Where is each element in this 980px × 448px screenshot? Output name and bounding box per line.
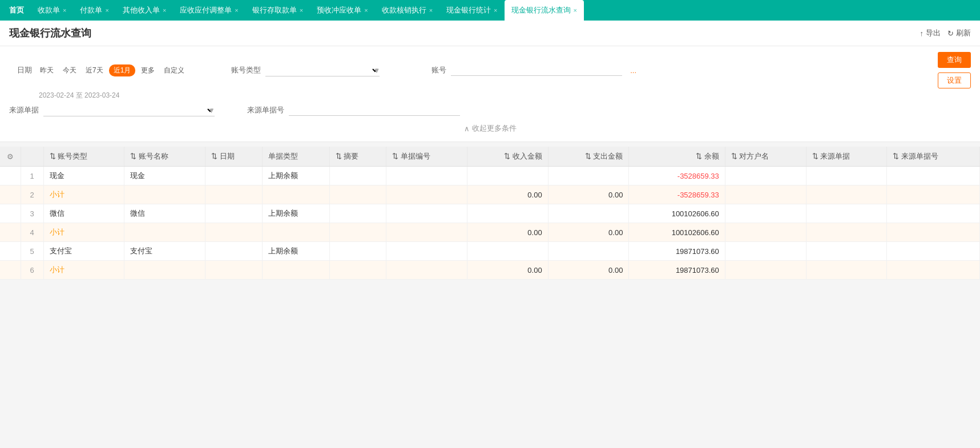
close-tab-icon[interactable]: × <box>105 7 108 14</box>
row-checkbox[interactable] <box>0 185 21 204</box>
close-tab-icon[interactable]: × <box>235 7 238 14</box>
account-no-input[interactable] <box>451 64 622 76</box>
date-shortcut-更多[interactable]: 更多 <box>138 64 158 76</box>
row-doc-type <box>262 261 329 280</box>
table-row: 4 小计 0.00 0.00 100102606.60 <box>0 223 980 242</box>
row-account-name: 支付宝 <box>124 242 205 261</box>
nav-tab-label: 现金银行统计 <box>446 5 491 15</box>
nav-tab-home[interactable]: 首页 <box>2 0 31 21</box>
nav-tab-cash-bank-stat[interactable]: 现金银行统计× <box>439 0 504 21</box>
col-doc-type: 单据类型 <box>262 147 329 167</box>
row-source-doc <box>806 223 887 242</box>
header-actions: ↑ 导出 ↻ 刷新 <box>920 28 971 38</box>
row-checkbox[interactable] <box>0 242 21 261</box>
close-tab-icon[interactable]: × <box>300 7 303 14</box>
table-settings-icon[interactable]: ⚙ <box>7 152 14 161</box>
col-date: ⇅ 日期 <box>205 147 262 167</box>
nav-tab-label: 银行存取款单 <box>252 5 297 15</box>
table-row: 3 微信 微信 上期余额 100102606.60 <box>0 204 980 223</box>
filter-row-2: 来源单据 ▼ 来源单据号 <box>9 104 971 116</box>
date-range-display: 2023-02-24 至 2023-03-24 <box>39 91 119 100</box>
row-date <box>205 167 262 185</box>
nav-tab-label: 应收应付调整单 <box>180 5 232 15</box>
row-income <box>467 204 548 223</box>
date-shortcut-昨天[interactable]: 昨天 <box>37 64 57 76</box>
source-doc-no-label: 来源单据号 <box>247 105 284 115</box>
page-header: 现金银行流水查询 ↑ 导出 ↻ 刷新 <box>0 21 980 46</box>
row-date <box>205 204 262 223</box>
action-buttons: 查询 设置 <box>938 52 971 88</box>
nav-tab-label: 收款单 <box>38 5 60 15</box>
col-income: ⇅ 收入金额 <box>467 147 548 167</box>
row-num: 3 <box>21 204 43 223</box>
source-doc-group: 来源单据 ▼ <box>9 104 215 116</box>
row-date <box>205 261 262 280</box>
row-checkbox[interactable] <box>0 204 21 223</box>
row-account-name: 微信 <box>124 204 205 223</box>
date-shortcut-近1月[interactable]: 近1月 <box>109 64 136 76</box>
nav-tab-prepay-offset[interactable]: 预收冲应收单× <box>310 0 374 21</box>
account-no-ellipsis[interactable]: ... <box>627 65 640 76</box>
date-shortcut-近7天[interactable]: 近7天 <box>82 64 107 76</box>
row-account-name <box>124 223 205 242</box>
row-checkbox[interactable] <box>0 223 21 242</box>
col-account-name: ⇅ 账号名称 <box>124 147 205 167</box>
row-source-doc <box>806 261 887 280</box>
refresh-button[interactable]: ↻ 刷新 <box>947 28 971 38</box>
account-type-group: 账号类型 现金 微信 支付宝 ▼ <box>231 64 380 76</box>
row-account-name <box>124 185 205 204</box>
row-summary <box>329 167 386 185</box>
row-account-name: 现金 <box>124 167 205 185</box>
col-summary: ⇅ 摘要 <box>329 147 386 167</box>
date-shortcut-今天[interactable]: 今天 <box>59 64 80 76</box>
nav-tab-label: 其他收入单 <box>123 5 160 15</box>
nav-tab-receipt-verify[interactable]: 收款核销执行× <box>375 0 439 21</box>
close-tab-icon[interactable]: × <box>163 7 166 14</box>
collapse-button[interactable]: ∧ 收起更多条件 <box>9 121 971 136</box>
nav-tab-label: 付款单 <box>80 5 102 15</box>
col-counterparty: ⇅ 对方户名 <box>725 147 806 167</box>
close-tab-icon[interactable]: × <box>574 7 577 14</box>
export-button[interactable]: ↑ 导出 <box>920 28 941 38</box>
nav-tab-other-income[interactable]: 其他收入单× <box>116 0 173 21</box>
nav-tab-receipt[interactable]: 收款单× <box>31 0 73 21</box>
row-doc-no <box>386 167 467 185</box>
col-source-doc: ⇅ 来源单据 <box>806 147 887 167</box>
row-checkbox[interactable] <box>0 261 21 280</box>
nav-tab-payment[interactable]: 付款单× <box>73 0 115 21</box>
nav-tab-ar-ap-adjust[interactable]: 应收应付调整单× <box>173 0 245 21</box>
row-account-type: 小计 <box>43 223 124 242</box>
nav-tab-bank-deposit[interactable]: 银行存取款单× <box>245 0 310 21</box>
account-no-label: 账号 <box>424 65 446 75</box>
col-balance: ⇅ 余额 <box>629 147 725 167</box>
row-balance: -3528659.33 <box>629 185 725 204</box>
close-tab-icon[interactable]: × <box>63 7 66 14</box>
close-tab-icon[interactable]: × <box>364 7 368 14</box>
col-source-doc-no: ⇅ 来源单据号 <box>887 147 980 167</box>
nav-tab-cash-bank-flow[interactable]: 现金银行流水查询× <box>505 0 584 21</box>
source-doc-select[interactable] <box>43 104 215 116</box>
account-type-select[interactable]: 现金 微信 支付宝 <box>265 64 380 76</box>
row-expense: 0.00 <box>548 223 629 242</box>
table-row: 5 支付宝 支付宝 上期余额 19871073.60 <box>0 242 980 261</box>
query-button[interactable]: 查询 <box>938 52 971 68</box>
source-doc-no-input[interactable] <box>289 104 460 116</box>
filter-row-1: 日期 昨天今天近7天近1月更多自定义 账号类型 现金 微信 支付宝 ▼ 账号 .… <box>9 52 971 88</box>
settings-button[interactable]: 设置 <box>938 72 971 88</box>
row-summary <box>329 261 386 280</box>
collapse-icon: ∧ <box>464 124 470 133</box>
row-num: 5 <box>21 242 43 261</box>
row-account-type: 小计 <box>43 185 124 204</box>
close-tab-icon[interactable]: × <box>494 7 497 14</box>
row-counterparty <box>725 185 806 204</box>
row-income: 0.00 <box>467 185 548 204</box>
date-shortcut-自定义[interactable]: 自定义 <box>160 64 188 76</box>
row-date <box>205 185 262 204</box>
row-doc-no <box>386 261 467 280</box>
close-tab-icon[interactable]: × <box>429 7 433 14</box>
row-doc-type: 上期余额 <box>262 167 329 185</box>
data-table: ⚙ ⇅ 账号类型 ⇅ 账号名称 ⇅ 日期 单据类型 ⇅ 摘要 <box>0 147 980 280</box>
row-counterparty <box>725 167 806 185</box>
page-title: 现金银行流水查询 <box>9 26 91 40</box>
row-checkbox[interactable] <box>0 167 21 185</box>
